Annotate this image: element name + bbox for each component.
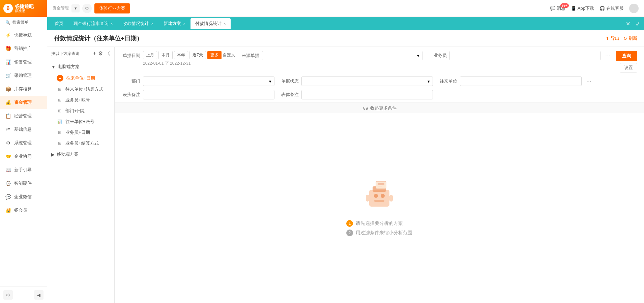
system-icon: ⚙ xyxy=(5,140,11,146)
filter-area: 单据日期 上月 本月 本年 近7天 更多 自定义 20 xyxy=(115,47,644,113)
sidebar-item-label: 库存核算 xyxy=(14,86,32,92)
online-service-btn[interactable]: 🎧 在线客服 xyxy=(599,5,624,11)
solution-add-btn[interactable]: + xyxy=(93,50,96,57)
tabs-expand-btn[interactable]: ⤢ xyxy=(634,20,641,28)
svg-rect-6 xyxy=(389,195,393,202)
breadcrumb-dropdown[interactable]: ▾ xyxy=(71,4,80,12)
tab-payment-stats[interactable]: 付款情况统计 × xyxy=(191,18,230,29)
sidebar-item-purchase[interactable]: 🛒 采购管理 xyxy=(0,69,47,82)
tabs-close-btn[interactable]: ✕ xyxy=(624,20,632,28)
purchase-icon: 🛒 xyxy=(5,72,11,79)
chevron-down-icon: ▼ xyxy=(51,64,56,69)
app-download-btn[interactable]: 📱 App下载 xyxy=(571,5,594,11)
page-header-actions: ⬆ 导出 ↻ 刷新 xyxy=(606,35,637,41)
header-note-input[interactable] xyxy=(143,90,274,99)
content-body: 按以下方案查询 + ⚙ 《 ▼ 电脑端方案 ● 往来单位+日期 ⊞ xyxy=(47,47,644,303)
tab-cash-flow-close[interactable]: × xyxy=(111,22,113,26)
sidebar-item-finance[interactable]: 💰 资金管理 xyxy=(0,96,47,109)
topbar-settings-btn[interactable]: ⚙ xyxy=(82,4,92,13)
sidebar-item-basic-info[interactable]: 🗃 基础信息 xyxy=(0,123,47,136)
doc-status-select[interactable]: ▾ xyxy=(301,77,433,86)
solution-item-partner-settlement[interactable]: ⊞ 往来单位+结算方式 xyxy=(47,84,114,95)
tab-cash-flow[interactable]: 现金银行流水查询 × xyxy=(69,18,117,29)
tab-new-scheme-close[interactable]: × xyxy=(183,22,185,26)
solution-collapse-btn[interactable]: 《 xyxy=(105,50,110,57)
solution-item-partner-account[interactable]: 📊 往来单位+账号 xyxy=(47,116,114,127)
empty-tip-1: 1 请先选择要分析的方案 xyxy=(346,220,412,227)
query-btn[interactable]: 查询 xyxy=(616,51,637,61)
sidebar-item-label: 智能硬件 xyxy=(14,180,32,186)
date-btn-this-month[interactable]: 本月 xyxy=(158,51,173,59)
date-custom-label[interactable]: 自定义 xyxy=(223,52,235,58)
filter-settings-btn[interactable]: 设置 xyxy=(620,63,637,72)
solution-item-staff-account[interactable]: ⊞ 业务员+账号 xyxy=(47,95,114,105)
search-icon: 🔍 xyxy=(5,20,10,25)
staff-select[interactable] xyxy=(449,51,601,60)
sidebar-item-cooperation[interactable]: 🤝 企业协同 xyxy=(0,150,47,163)
solution-item-staff-settlement[interactable]: ⊞ 业务员+结算方式 xyxy=(47,138,114,149)
partner-more-btn[interactable]: ··· xyxy=(586,78,591,85)
tab-new-scheme-label: 新建方案 xyxy=(164,21,181,27)
export-icon: ⬆ xyxy=(606,36,609,41)
messages-btn[interactable]: 💬 消息 99+ xyxy=(550,5,565,11)
dropdown-arrow-icon: ▾ xyxy=(417,53,419,58)
sidebar-item-label: 基础信息 xyxy=(14,126,32,132)
empty-state: 1 请先选择要分析的方案 2 用过滤条件来缩小分析范围 xyxy=(115,113,644,303)
sidebar-item-vip[interactable]: 👑 畅会员 xyxy=(0,204,47,217)
sidebar-collapse-btn[interactable]: ◀ xyxy=(34,290,43,300)
sidebar-item-operation[interactable]: 📋 经营管理 xyxy=(0,109,47,123)
sidebar-item-sales[interactable]: 📊 销售管理 xyxy=(0,55,47,69)
date-btn-this-year[interactable]: 本年 xyxy=(174,51,188,59)
tab-collection-stats[interactable]: 收款情况统计 × xyxy=(118,18,158,29)
partner-label: 往来单位 xyxy=(438,78,457,84)
search-menu[interactable]: 🔍 搜索菜单 xyxy=(0,17,47,28)
tab-collection-stats-label: 收款情况统计 xyxy=(123,21,149,27)
solution-settings-btn[interactable]: ⚙ xyxy=(98,50,103,57)
export-btn[interactable]: ⬆ 导出 xyxy=(606,35,619,41)
tab-home[interactable]: 首页 xyxy=(50,18,68,29)
collapse-more-btn[interactable]: ∧∧ 收起更多条件 xyxy=(115,102,644,114)
tab-payment-stats-close[interactable]: × xyxy=(224,22,226,26)
body-note-input[interactable] xyxy=(301,90,433,99)
topbar-right: 💬 消息 99+ 📱 App下载 🎧 在线客服 xyxy=(550,4,639,13)
sidebar-settings-btn[interactable]: ⚙ xyxy=(3,290,13,300)
solution-item-label: 往来单位+日期 xyxy=(66,75,95,81)
solution-item-dept-date[interactable]: ⊞ 部门+日期 xyxy=(47,105,114,116)
solution-item-partner-date[interactable]: ● 往来单位+日期 xyxy=(47,72,114,84)
page-content: 付款情况统计（往来单位+日期） ⬆ 导出 ↻ 刷新 按以下方案查询 + xyxy=(47,30,644,303)
trial-btn[interactable]: 体验行业方案 xyxy=(94,3,130,13)
page-header: 付款情况统计（往来单位+日期） ⬆ 导出 ↻ 刷新 xyxy=(47,30,644,47)
solution-item-staff-date[interactable]: ⊞ 业务员+日期 xyxy=(47,127,114,138)
filter-actions: 查询 设置 xyxy=(616,51,637,72)
date-btn-last7[interactable]: 近7天 xyxy=(189,51,206,59)
sidebar-item-label: 采购管理 xyxy=(14,72,32,79)
date-btn-more[interactable]: 更多 xyxy=(207,51,222,59)
topbar: 资金管理 ▾ ⚙ 体验行业方案 💬 消息 99+ 📱 App下载 🎧 在线客服 xyxy=(47,0,644,17)
vip-icon: 👑 xyxy=(5,207,11,214)
cooperation-icon: 🤝 xyxy=(5,153,11,160)
user-avatar[interactable] xyxy=(629,4,639,13)
sidebar-item-wechat[interactable]: 💬 企业微信 xyxy=(0,190,47,204)
app-sub-label: 标准版 xyxy=(15,9,34,13)
tab-collection-stats-close[interactable]: × xyxy=(151,22,153,26)
sidebar-item-marketing[interactable]: 🎁 营销推广 xyxy=(0,42,47,55)
sidebar-item-inventory[interactable]: 📦 库存核算 xyxy=(0,82,47,96)
dept-select[interactable]: ▾ xyxy=(143,77,274,86)
date-btn-last-month[interactable]: 上月 xyxy=(143,51,157,59)
sidebar-item-system[interactable]: ⚙ 系统管理 xyxy=(0,136,47,150)
tab-new-scheme[interactable]: 新建方案 × xyxy=(159,18,190,29)
sidebar-item-quick-nav[interactable]: ⚡ 快捷导航 xyxy=(0,28,47,42)
sidebar-item-label: 营销推广 xyxy=(14,46,32,52)
sidebar-item-hardware[interactable]: ⌚ 智能硬件 xyxy=(0,177,47,190)
chevron-right-icon: ▶ xyxy=(51,152,55,157)
solution-item-icon: ⊞ xyxy=(57,129,63,135)
partner-select[interactable] xyxy=(460,77,582,86)
marketing-icon: 🎁 xyxy=(5,45,11,52)
source-doc-select[interactable]: ▾ xyxy=(262,51,423,60)
solution-desktop-group[interactable]: ▼ 电脑端方案 xyxy=(47,61,114,72)
staff-more-btn[interactable]: ··· xyxy=(605,52,610,59)
refresh-btn[interactable]: ↻ 刷新 xyxy=(623,35,637,41)
date-label: 单据日期 xyxy=(121,53,140,59)
solution-mobile-group[interactable]: ▶ 移动端方案 xyxy=(47,149,114,160)
sidebar-item-guide[interactable]: 📖 新手引导 xyxy=(0,163,47,177)
